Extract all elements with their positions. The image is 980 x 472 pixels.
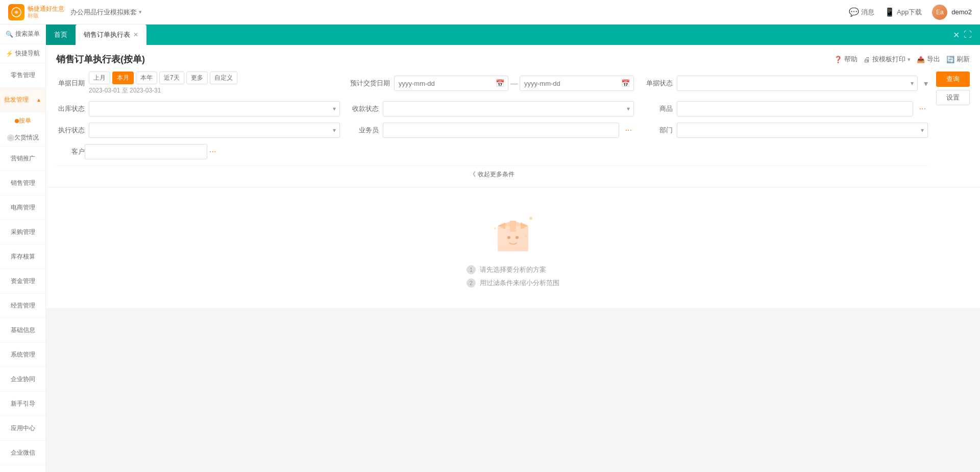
collapse-icon: 《 <box>470 170 476 179</box>
filter-row-3: 执行状态 业务员 <box>56 123 928 138</box>
filter-panel: 销售订单执行表(按单) ❓ 帮助 🖨 按模板打印 ▾ <box>46 45 980 187</box>
sidebar-quick-nav[interactable]: ⚡ 快捷导航 <box>0 44 45 63</box>
btn-custom[interactable]: 自定义 <box>210 72 237 84</box>
btn-last-month[interactable]: 上月 <box>89 72 110 84</box>
quick-date-row: 上月 本月 本年 近7天 更多 自定义 <box>89 72 340 84</box>
collapse-label: 收起更多条件 <box>478 170 514 179</box>
tab-home[interactable]: 首页 <box>46 25 76 45</box>
svg-point-3 <box>529 217 532 220</box>
expected-date-from[interactable] <box>394 76 508 91</box>
collapse-btn[interactable]: 《 收起更多条件 <box>56 166 928 179</box>
sidebar-item-member[interactable]: 畅会员 <box>0 465 45 472</box>
sidebar-item-system[interactable]: 系统管理 <box>0 343 45 367</box>
btn-this-year[interactable]: 本年 <box>136 72 157 84</box>
data-area: 1 请先选择要分析的方案 2 用过滤条件来缩小分析范围 <box>46 187 980 308</box>
sidebar-item-purchase[interactable]: 采购管理 <box>0 220 45 245</box>
filter-cell-goods: 商品 ··· <box>644 101 928 116</box>
export-icon: 📤 <box>917 56 925 63</box>
tab-maximize-icon[interactable]: ⛶ <box>964 30 972 39</box>
sidebar-sub-debt[interactable]: ○ 欠货情况 <box>0 129 45 146</box>
user-area[interactable]: Ea demo2 <box>932 5 972 20</box>
print-button[interactable]: 🖨 按模板打印 ▾ <box>864 55 911 64</box>
goods-input[interactable] <box>677 101 913 116</box>
sub-dot-debt: ○ <box>7 134 14 141</box>
query-button[interactable]: 查询 <box>936 72 970 87</box>
exec-select-wrap <box>89 123 340 138</box>
company-selector[interactable]: 办公用品行业模拟账套 ▾ <box>70 8 142 17</box>
dept-select[interactable] <box>677 123 928 138</box>
dept-select-wrap <box>677 123 928 138</box>
status-dropdown-icon[interactable]: ▾ <box>924 79 928 88</box>
sidebar-label-retail: 零售管理 <box>11 71 35 80</box>
salesperson-dots-btn[interactable]: ··· <box>623 126 634 135</box>
app-download-action[interactable]: 📱 App下载 <box>885 7 922 17</box>
expected-date-label: 预计交货日期 <box>350 79 390 88</box>
sidebar-item-guide[interactable]: 新手引导 <box>0 392 45 416</box>
sidebar-item-basic[interactable]: 基础信息 <box>0 318 45 343</box>
sub-label-order: 按单 <box>19 116 31 125</box>
empty-tip-1: 1 请先选择要分析的方案 <box>467 265 559 274</box>
salesperson-label: 业务员 <box>350 126 379 135</box>
tip-text-2: 用过滤条件来缩小分析范围 <box>480 278 559 288</box>
sidebar-item-retail[interactable]: 零售管理 <box>0 63 45 88</box>
export-button[interactable]: 📤 导出 <box>917 55 940 64</box>
settings-button[interactable]: 设置 <box>936 90 970 105</box>
expected-date-range: 📅 — 📅 <box>394 76 634 91</box>
sidebar-label-wholesale: 批发管理 <box>4 96 29 104</box>
customer-input[interactable] <box>85 144 207 159</box>
filter-cell-salesperson: 业务员 ··· <box>350 123 634 138</box>
btn-7days[interactable]: 近7天 <box>159 72 184 84</box>
search-icon: 🔍 <box>6 31 13 38</box>
print-label: 按模板打印 <box>872 55 905 64</box>
empty-icon <box>487 208 538 259</box>
page-title: 销售订单执行表(按单) <box>56 53 145 65</box>
user-name: demo2 <box>951 8 972 16</box>
filter-row-4: 客户 ··· <box>56 144 928 159</box>
warehouse-select[interactable] <box>89 101 340 116</box>
logo-icon <box>8 4 24 20</box>
tab-close-icon[interactable]: ✕ <box>133 31 138 38</box>
sidebar-item-ops[interactable]: 经营管理 <box>0 294 45 318</box>
sidebar-sub-order[interactable]: 按单 <box>0 112 45 129</box>
tab-sales-order[interactable]: 销售订单执行表 ✕ <box>76 25 146 45</box>
sidebar-item-wechat[interactable]: 企业微信 <box>0 441 45 465</box>
sub-label-debt: 欠货情况 <box>14 133 39 142</box>
filter-row-1: 单据日期 上月 本月 本年 近7天 更多 自定义 <box>56 72 928 95</box>
header-right: 💬 消息 📱 App下载 Ea demo2 <box>849 5 972 20</box>
refresh-button[interactable]: 🔄 刷新 <box>946 55 970 64</box>
sidebar-item-wholesale[interactable]: 批发管理 ▲ <box>0 88 45 112</box>
payment-select[interactable] <box>383 101 634 116</box>
dept-label: 部门 <box>644 126 673 135</box>
filter-cell-expected-date: 预计交货日期 📅 — <box>350 72 634 95</box>
filter-right-btns: 查询 设置 <box>936 72 970 179</box>
sidebar-item-sales[interactable]: 销售管理 <box>0 171 45 196</box>
expected-date-to[interactable] <box>520 76 634 91</box>
svg-point-6 <box>507 236 510 239</box>
sidebar-label-system: 系统管理 <box>11 350 35 359</box>
salesperson-input[interactable] <box>383 123 619 138</box>
help-button[interactable]: ❓ 帮助 <box>834 55 857 64</box>
customer-dots-btn[interactable]: ··· <box>207 147 218 156</box>
status-select[interactable] <box>677 76 918 91</box>
sidebar-item-enterprise[interactable]: 企业协同 <box>0 367 45 392</box>
tab-minimize-icon[interactable]: ✕ <box>953 30 960 40</box>
date-separator: — <box>510 79 518 87</box>
sidebar-search-menu[interactable]: 🔍 搜索菜单 <box>0 25 45 44</box>
sidebar-item-finance[interactable]: 资金管理 <box>0 269 45 294</box>
sidebar-label-purchase: 采购管理 <box>11 228 35 237</box>
sidebar-item-inventory[interactable]: 库存核算 <box>0 245 45 269</box>
page-content: 销售订单执行表(按单) ❓ 帮助 🖨 按模板打印 ▾ <box>46 45 980 472</box>
message-action[interactable]: 💬 消息 <box>849 7 874 17</box>
customer-label: 客户 <box>56 147 85 156</box>
sidebar-item-marketing[interactable]: 营销推广 <box>0 147 45 171</box>
btn-more[interactable]: 更多 <box>186 72 208 84</box>
btn-this-month[interactable]: 本月 <box>112 72 134 84</box>
sidebar-item-apps[interactable]: 应用中心 <box>0 416 45 441</box>
exec-select[interactable] <box>89 123 340 138</box>
wholesale-arrow-icon: ▲ <box>36 97 41 103</box>
sidebar-item-ecommerce[interactable]: 电商管理 <box>0 196 45 220</box>
app-icon: 📱 <box>885 7 895 17</box>
warehouse-label: 出库状态 <box>56 104 85 113</box>
tab-bar: 首页 销售订单执行表 ✕ ✕ ⛶ <box>46 25 980 45</box>
goods-dots-btn[interactable]: ··· <box>917 104 928 113</box>
